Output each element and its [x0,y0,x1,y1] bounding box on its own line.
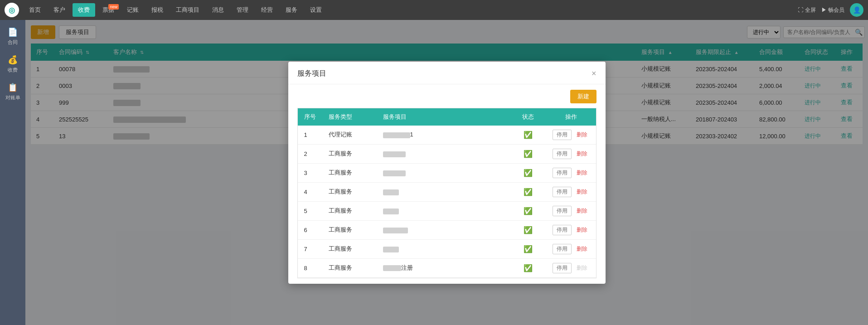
modal-cell-action: 停用 删除 [546,144,596,163]
top-navigation: ◎ 首页 客户 收费 票据 new 记账 报税 工商项目 消息 管理 经营 服务… [0,0,868,20]
main-layout: 📄 合同 💰 收费 📋 对账单 新增 服务项目 进行中 已完成 已终止 [0,20,868,325]
modal-new-button[interactable]: 新建 [570,90,596,103]
main-content: 新增 服务项目 进行中 已完成 已终止 🔍 序号 合同编 [25,20,868,325]
modal-col-item: 服务项目 [377,108,510,126]
stop-button[interactable]: 停用 [553,244,572,254]
modal-cell-type: 代理记账 [322,126,377,145]
stop-button[interactable]: 停用 [553,263,572,273]
contract-icon: 📄 [8,27,18,37]
delete-button[interactable]: 删除 [575,168,589,178]
modal-cell-seq: 2 [298,144,322,163]
modal-table-wrap[interactable]: 序号 服务类型 服务项目 状态 操作 1 [297,108,596,278]
nav-fee[interactable]: 收费 [73,3,95,17]
nav-message[interactable]: 消息 [207,3,229,17]
modal-cell-type: 工商服务 [322,239,377,258]
stop-button[interactable]: 停用 [553,206,572,216]
modal-cell-action: 停用 删除 [546,126,596,145]
stop-button[interactable]: 停用 [553,225,572,235]
modal-table-row: 6 工商服务 ✅ 停用 删除 [298,220,596,239]
modal-toolbar: 新建 [297,90,596,103]
nav-home[interactable]: 首页 [24,3,46,17]
modal-cell-type: 工商服务 [322,258,377,277]
avatar[interactable]: 👤 [850,3,863,17]
modal-close-button[interactable]: × [592,69,596,78]
modal-cell-action: 停用 删除 [546,239,596,258]
modal-cell-status: ✅ [510,220,546,239]
modal-title: 服务项目 [297,69,326,78]
top-nav-right: ⛶ 全屏 ▶ 畅会员 👤 [798,3,863,17]
modal-cell-type: 工商服务 [322,182,377,201]
modal-overlay: 服务项目 × 新建 序号 服务类型 服务项目 [25,20,868,325]
modal-cell-status: ✅ [510,126,546,145]
nav-client[interactable]: 客户 [48,3,71,17]
modal-cell-item [377,163,510,182]
nav-menu: 首页 客户 收费 票据 new 记账 报税 工商项目 消息 管理 经营 服务 设… [24,3,798,17]
modal-cell-status: ✅ [510,144,546,163]
sidebar-item-contract[interactable]: 📄 合同 [2,24,24,49]
modal-cell-action: 停用 删除 [546,258,596,277]
modal-cell-seq: 5 [298,201,322,220]
stop-button[interactable]: 停用 [553,187,572,197]
modal-cell-action: 停用 删除 [546,201,596,220]
modal-cell-type: 工商服务 [322,201,377,220]
service-items-table: 序号 服务类型 服务项目 状态 操作 1 [298,108,596,278]
stop-button[interactable]: 停用 [553,149,572,159]
delete-button[interactable]: 删除 [575,130,589,140]
nav-tax[interactable]: 报税 [146,3,169,17]
modal-cell-type: 工商服务 [322,220,377,239]
modal-col-status: 状态 [510,108,546,126]
status-check-icon: ✅ [524,207,533,215]
modal-table-header: 序号 服务类型 服务项目 状态 操作 [298,108,596,126]
sidebar-item-statement[interactable]: 📋 对账单 [2,79,24,105]
modal-cell-item [377,144,510,163]
sidebar-label-contract: 合同 [8,39,18,46]
modal-cell-seq: 3 [298,163,322,182]
modal-table-row: 2 工商服务 ✅ 停用 删除 [298,144,596,163]
modal-cell-item: 1 [377,126,510,145]
modal-cell-item [377,239,510,258]
nav-operation[interactable]: 经营 [256,3,278,17]
modal-cell-action: 停用 删除 [546,182,596,201]
member-btn[interactable]: ▶ 畅会员 [821,6,844,14]
nav-service[interactable]: 服务 [280,3,303,17]
modal-table-row: 3 工商服务 ✅ 停用 删除 [298,163,596,182]
modal-cell-status: ✅ [510,182,546,201]
modal-cell-type: 工商服务 [322,144,377,163]
fullscreen-btn[interactable]: ⛶ 全屏 [798,6,815,14]
modal-body: 新建 序号 服务类型 服务项目 状态 操作 [288,84,606,284]
nav-settings[interactable]: 设置 [305,3,327,17]
nav-manage[interactable]: 管理 [231,3,254,17]
modal-col-seq: 序号 [298,108,322,126]
delete-button[interactable]: 删除 [575,149,589,159]
nav-business[interactable]: 工商项目 [170,3,205,17]
modal-cell-status: ✅ [510,201,546,220]
modal-cell-seq: 1 [298,126,322,145]
modal-table-row: 1 代理记账 1 ✅ 停用 删除 [298,126,596,145]
modal-table-row: 7 工商服务 ✅ 停用 删除 [298,239,596,258]
delete-button[interactable]: 删除 [575,244,589,254]
modal-cell-item [377,201,510,220]
modal-col-action: 操作 [546,108,596,126]
modal-cell-action: 停用 删除 [546,220,596,239]
modal-cell-status: ✅ [510,163,546,182]
nav-bookkeeping[interactable]: 记账 [121,3,144,17]
sidebar-item-fee[interactable]: 💰 收费 [2,51,24,77]
modal-cell-status: ✅ [510,258,546,277]
stop-button[interactable]: 停用 [553,168,572,178]
delete-button[interactable]: 删除 [575,206,589,216]
modal-table-row: 8 工商服务 注册 ✅ 停用 删除 [298,258,596,277]
delete-button[interactable]: 删除 [575,187,589,197]
delete-button[interactable]: 删除 [575,225,589,235]
modal-table-row: 4 工商服务 ✅ 停用 删除 [298,182,596,201]
stop-button[interactable]: 停用 [553,130,572,140]
sidebar-label-fee: 收费 [8,67,18,73]
delete-button[interactable]: 删除 [575,263,589,273]
modal-cell-seq: 8 [298,258,322,277]
modal-cell-action: 停用 删除 [546,163,596,182]
sidebar-label-statement: 对账单 [5,94,20,101]
nav-invoice[interactable]: 票据 new [97,3,120,17]
service-items-modal: 服务项目 × 新建 序号 服务类型 服务项目 [288,62,606,284]
status-check-icon: ✅ [524,169,533,177]
modal-cell-seq: 7 [298,239,322,258]
status-check-icon: ✅ [524,226,533,234]
